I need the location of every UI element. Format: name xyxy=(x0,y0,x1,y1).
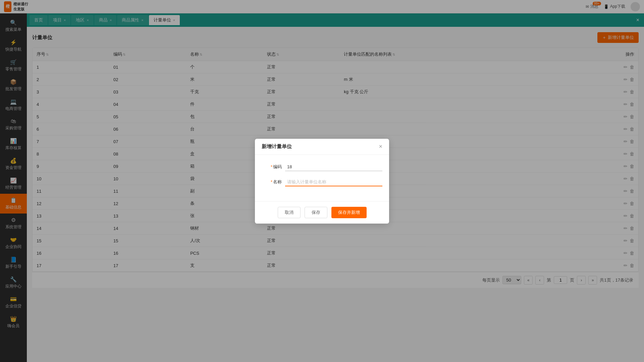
save-button[interactable]: 保存 xyxy=(305,207,327,218)
name-form-row: *名称 xyxy=(262,178,382,186)
code-form-row: *编码 xyxy=(262,163,382,171)
modal-body: *编码 *名称 xyxy=(255,155,389,201)
modal-close-button[interactable]: × xyxy=(379,143,382,149)
modal-header: 新增计量单位 × xyxy=(255,139,389,155)
name-label: *名称 xyxy=(262,179,282,185)
code-input[interactable] xyxy=(285,163,382,171)
name-input[interactable] xyxy=(285,178,382,186)
modal-footer: 取消 保存 保存并新增 xyxy=(255,201,389,224)
modal-title: 新增计量单位 xyxy=(262,143,292,150)
new-unit-modal: 新增计量单位 × *编码 *名称 取消 保存 保存并新增 xyxy=(255,139,389,224)
modal-overlay: 新增计量单位 × *编码 *名称 取消 保存 保存并新增 xyxy=(0,0,644,362)
name-required-mark: * xyxy=(271,179,272,184)
cancel-button[interactable]: 取消 xyxy=(278,207,301,218)
save-and-new-button[interactable]: 保存并新增 xyxy=(331,207,367,218)
code-label: *编码 xyxy=(262,164,282,170)
code-required-mark: * xyxy=(271,164,272,169)
